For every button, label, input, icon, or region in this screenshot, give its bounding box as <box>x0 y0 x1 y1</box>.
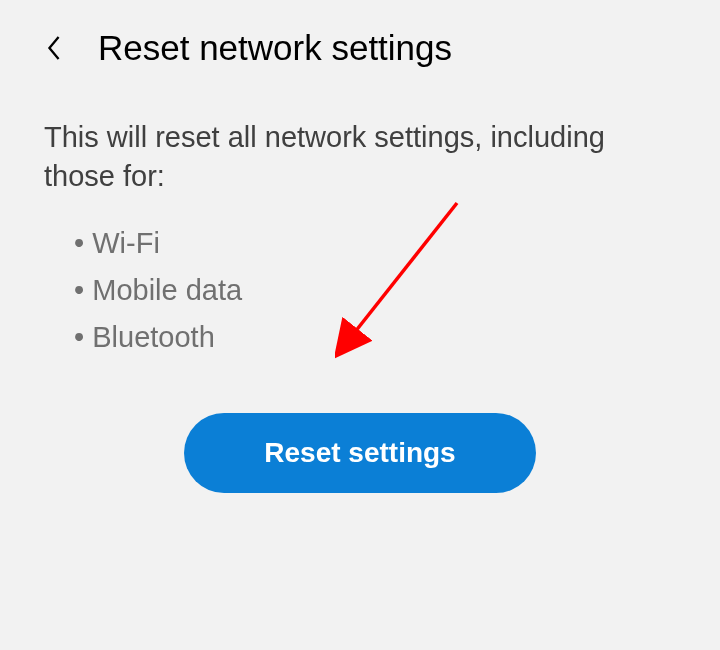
list-item: Wi-Fi <box>74 220 676 267</box>
header: Reset network settings <box>0 0 720 88</box>
bullet-list: Wi-Fi Mobile data Bluetooth <box>44 220 676 361</box>
list-item: Bluetooth <box>74 314 676 361</box>
button-container: Reset settings <box>44 413 676 493</box>
description-text: This will reset all network settings, in… <box>44 118 676 196</box>
reset-settings-button[interactable]: Reset settings <box>184 413 535 493</box>
back-icon[interactable] <box>40 34 68 62</box>
list-item: Mobile data <box>74 267 676 314</box>
page-title: Reset network settings <box>98 28 452 68</box>
content: This will reset all network settings, in… <box>0 88 720 493</box>
